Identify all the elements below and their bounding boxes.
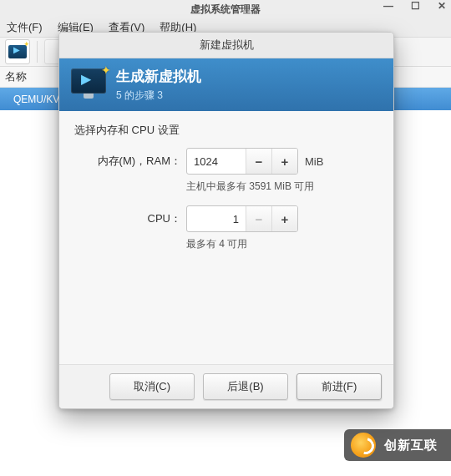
window-title: 虚拟系统管理器: [190, 3, 261, 17]
cpu-label: CPU：: [74, 211, 186, 226]
watermark: 创新互联: [344, 429, 451, 461]
section-title: 选择内存和 CPU 设置: [74, 123, 378, 138]
dialog-title: 新建虚拟机: [200, 38, 254, 53]
memory-unit: MiB: [305, 155, 323, 168]
maximize-icon[interactable]: ☐: [409, 0, 421, 12]
memory-row: 内存(M)，RAM： − + MiB: [74, 148, 378, 175]
dialog-body: 选择内存和 CPU 设置 内存(M)，RAM： − + MiB 主机中最多有 3…: [59, 111, 393, 364]
toolbar-divider: [37, 41, 38, 63]
cpu-hint: 最多有 4 可用: [186, 237, 378, 251]
cpu-increment-button[interactable]: +: [271, 206, 297, 231]
memory-decrement-button[interactable]: −: [246, 149, 271, 174]
new-vm-button[interactable]: ✦: [5, 39, 30, 64]
cpu-decrement-button[interactable]: −: [246, 206, 271, 231]
dialog-titlebar: 新建虚拟机: [59, 33, 393, 58]
column-name: 名称: [5, 69, 27, 84]
vm-icon: ✦: [71, 68, 106, 99]
memory-hint: 主机中最多有 3591 MiB 可用: [186, 180, 378, 194]
dialog-header: ✦ 生成新虚拟机 5 的步骤 3: [59, 58, 393, 111]
close-icon[interactable]: ✕: [436, 0, 448, 12]
monitor-icon: ✦: [8, 45, 27, 58]
starburst-icon: ✦: [101, 63, 111, 77]
dialog-footer: 取消(C) 后退(B) 前进(F): [59, 364, 393, 408]
window-titlebar: 虚拟系统管理器 — ☐ ✕: [0, 0, 451, 18]
dialog-header-title: 生成新虚拟机: [116, 67, 382, 86]
cpu-input[interactable]: [187, 206, 246, 231]
dialog-step-label: 5 的步骤 3: [116, 89, 382, 103]
forward-button[interactable]: 前进(F): [296, 373, 382, 400]
menu-file[interactable]: 文件(F): [7, 20, 43, 35]
connection-name: QEMU/KV: [13, 94, 59, 105]
cpu-spinner: − +: [186, 205, 298, 232]
cancel-button[interactable]: 取消(C): [109, 373, 195, 400]
minimize-icon[interactable]: —: [383, 0, 394, 12]
watermark-text: 创新互联: [384, 438, 438, 453]
cpu-row: CPU： − +: [74, 205, 378, 232]
memory-input[interactable]: [187, 149, 246, 174]
memory-increment-button[interactable]: +: [271, 149, 297, 174]
watermark-logo-icon: [351, 433, 376, 458]
new-vm-dialog: 新建虚拟机 ✦ 生成新虚拟机 5 的步骤 3 选择内存和 CPU 设置 内存(M…: [58, 32, 394, 409]
memory-spinner: − +: [186, 148, 298, 175]
starburst-icon: ✦: [23, 40, 30, 48]
back-button[interactable]: 后退(B): [203, 373, 288, 400]
memory-label: 内存(M)，RAM：: [74, 154, 186, 169]
